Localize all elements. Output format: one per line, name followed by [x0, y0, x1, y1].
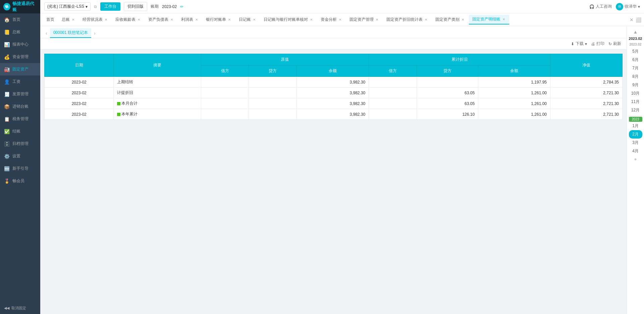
refresh-button[interactable]: ↻ 刷新 [608, 41, 621, 47]
tab-fixed-assets-depreciation[interactable]: 固定资产折旧统计表 ✕ [383, 15, 431, 24]
scroll-down-button[interactable]: ● [633, 155, 638, 163]
tab-ledger[interactable]: 总账 ✕ [58, 15, 78, 24]
sub-tab-next[interactable]: › [93, 30, 97, 37]
scroll-up-button[interactable]: ▲ [632, 28, 639, 36]
col-orig-credit: 贷方 [249, 65, 297, 77]
company-name: (劣名) 江西服企-LSS [47, 4, 84, 9]
tab-fixed-assets-mgmt-close[interactable]: ✕ [375, 17, 379, 22]
tab-journal-close[interactable]: ✕ [252, 17, 256, 22]
sidebar-item-ledger-label: 总账 [12, 29, 20, 35]
month-item-12[interactable]: 12月 [629, 106, 642, 114]
tab-bank-statement[interactable]: 银行对账单 ✕ [203, 15, 235, 24]
sub-tab-asset[interactable]: 000001 联想笔记本 [50, 28, 91, 38]
print-label: 打印 [596, 41, 604, 47]
sidebar-item-fixed-assets[interactable]: 🏭 固定资产 [0, 63, 40, 75]
company-selector[interactable]: (劣名) 江西服企-LSS ▾ [44, 2, 91, 11]
tab-journal-bank-reconcile-close[interactable]: ✕ [309, 17, 313, 22]
cell-net-value-3: 2,721.30 [550, 109, 623, 120]
funds-icon: 💰 [4, 54, 10, 60]
sub-tab-prev[interactable]: ‹ [44, 30, 49, 37]
month-item-7[interactable]: 7月 [629, 64, 642, 72]
cell-dep-balance-2: 1,261.00 [478, 98, 550, 109]
month-item-11[interactable]: 11月 [629, 98, 642, 106]
sidebar: 畅 畅捷通易代账 🏠 首页 📒 总账 📊 报表中心 💰 资金管理 🏭 固定资产 … [0, 0, 40, 314]
col-original-value-group: 原值 [201, 54, 369, 65]
tab-balance-sheet-close[interactable]: ✕ [170, 17, 174, 22]
tab-operation-status[interactable]: 经营状况表 ✕ [79, 15, 111, 24]
tab-fund-analysis[interactable]: 资金分析 ✕ [317, 15, 345, 24]
cell-dep-debit-2 [369, 98, 417, 109]
switch-old-button[interactable]: 切到旧版 [124, 2, 147, 11]
month-item-5[interactable]: 5月 [629, 47, 642, 56]
sidebar-item-closing-label: 结账 [12, 128, 20, 134]
toolbar: ⬇ 下载 ▾ 🖨 打印 ↻ 刷新 [40, 38, 627, 50]
sidebar-item-payroll[interactable]: 👤 工资 [0, 75, 40, 88]
tab-home[interactable]: 首页 [43, 15, 58, 24]
tab-fixed-assets-category[interactable]: 固定资产类别 ✕ [432, 15, 468, 24]
tab-fixed-assets-mgmt[interactable]: 固定资产管理 ✕ [346, 15, 382, 24]
sidebar-item-invoice[interactable]: 🧾 发票管理 [0, 88, 40, 100]
month-item-8[interactable]: 8月 [629, 72, 642, 81]
home-icon: 🏠 [4, 17, 10, 22]
month-item-9[interactable]: 9月 [629, 81, 642, 89]
tab-journal-bank-reconcile[interactable]: 日记账与银行对账单核对 ✕ [260, 15, 317, 24]
sidebar-item-purchase-sale[interactable]: 📦 进销台账 [0, 100, 40, 113]
workbench-button[interactable]: 工作台 [100, 2, 120, 11]
tab-income-close[interactable]: ✕ [195, 17, 199, 22]
print-button[interactable]: 🖨 打印 [591, 41, 604, 47]
cell-dep-debit-1 [369, 88, 417, 98]
cell-orig-balance-3: 3,982.30 [297, 109, 369, 120]
month-item-4[interactable]: 4月 [629, 147, 642, 155]
year-2023-badge: 2023 [629, 117, 642, 122]
tab-fixed-assets-depreciation-close[interactable]: ✕ [424, 17, 428, 22]
tab-bank-statement-close[interactable]: ✕ [227, 17, 231, 22]
tab-maximize-icon[interactable]: ⬜ [636, 17, 641, 22]
tab-fund-analysis-close[interactable]: ✕ [338, 17, 342, 22]
download-icon: ⬇ [571, 42, 574, 46]
tab-fixed-assets-detail-label: 固定资产明细账 [472, 16, 500, 22]
month-item-2[interactable]: 2月 [629, 130, 642, 139]
tab-close-all-icon[interactable]: ✕ [630, 17, 634, 22]
tab-receivable-age[interactable]: 应收账龄表 ✕ [112, 15, 144, 24]
download-button[interactable]: ⬇ 下载 ▾ [571, 41, 587, 47]
print-icon: 🖨 [591, 42, 595, 46]
sidebar-item-tax[interactable]: 📋 税务管理 [0, 113, 40, 125]
period-edit-icon[interactable]: ✏ [180, 4, 183, 9]
sidebar-item-settings[interactable]: ⚙️ 设置 [0, 150, 40, 162]
tab-fixed-assets-category-close[interactable]: ✕ [461, 17, 465, 22]
sidebar-item-home[interactable]: 🏠 首页 [0, 13, 40, 26]
sidebar-pin[interactable]: ◀◀ 取消固定 [0, 302, 40, 314]
cell-dep-balance-3: 1,261.00 [478, 109, 550, 120]
payroll-icon: 👤 [4, 79, 10, 85]
cell-dep-credit-1: 63.05 [417, 88, 478, 98]
tab-receivable-age-close[interactable]: ✕ [137, 17, 141, 22]
month-item-6[interactable]: 6月 [629, 56, 642, 64]
tab-fixed-assets-detail[interactable]: 固定资产明细账 ✕ [469, 15, 509, 24]
tab-fixed-assets-mgmt-label: 固定资产管理 [350, 17, 374, 22]
tab-ledger-close[interactable]: ✕ [71, 17, 75, 22]
month-item-10[interactable]: 10月 [629, 89, 642, 98]
tab-journal[interactable]: 日记账 ✕ [235, 15, 260, 24]
tab-operation-status-close[interactable]: ✕ [104, 17, 108, 22]
user-info[interactable]: 徐 徐泽华 ▾ [616, 3, 640, 10]
sidebar-item-closing[interactable]: ✅ 结账 [0, 125, 40, 138]
tab-fixed-assets-detail-close[interactable]: ✕ [502, 17, 506, 21]
sidebar-item-member[interactable]: 🎖️ 畅会员 [0, 175, 40, 187]
sidebar-item-archive[interactable]: 🗄️ 归档管理 [0, 138, 40, 150]
sidebar-item-reports[interactable]: 📊 报表中心 [0, 38, 40, 51]
month-item-3[interactable]: 3月 [629, 139, 642, 147]
tax-icon: 📋 [4, 116, 10, 122]
month-item-1[interactable]: 1月 [629, 122, 642, 130]
sidebar-item-funds[interactable]: 💰 资金管理 [0, 51, 40, 63]
user-service[interactable]: 🎧 人工咨询 [589, 4, 612, 9]
copy-icon[interactable]: ⧉ [94, 4, 97, 9]
tab-balance-sheet[interactable]: 资产负债表 ✕ [145, 15, 177, 24]
app-name: 畅捷通易代账 [12, 1, 37, 13]
settings-icon: ⚙️ [4, 154, 10, 159]
sidebar-item-ledger[interactable]: 📒 总账 [0, 26, 40, 38]
col-dep-debit: 借方 [369, 65, 417, 77]
sidebar-item-guide[interactable]: 🆕 新手引导 [0, 162, 40, 175]
cell-dep-credit-3: 126.10 [417, 109, 478, 120]
closing-icon: ✅ [4, 129, 10, 134]
tab-income[interactable]: 利润表 ✕ [178, 15, 202, 24]
